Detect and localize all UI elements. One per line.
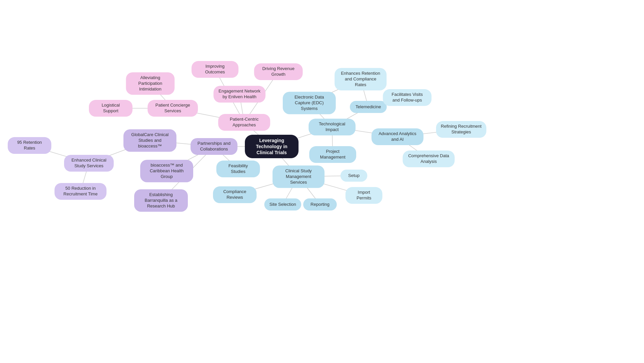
node-telemedicine[interactable]: Telemedicine xyxy=(350,101,387,113)
node-reporting[interactable]: Reporting xyxy=(303,198,337,210)
mind-map-container: Leveraging Technology in Clinical Trials… xyxy=(0,0,644,363)
node-advanced-analytics[interactable]: Advanced Analytics and AI xyxy=(372,128,424,145)
node-site-selection[interactable]: Site Selection xyxy=(264,198,301,210)
node-setup[interactable]: Setup xyxy=(340,170,367,182)
node-comprehensive-data[interactable]: Comprehensive Data Analysis xyxy=(403,150,455,167)
node-facilitates-visits[interactable]: Facilitates Visits and Follow-ups xyxy=(383,89,432,106)
node-technological-impact[interactable]: Technological Impact xyxy=(309,119,356,135)
node-clinical-study-management[interactable]: Clinical Study Management Services xyxy=(273,166,325,188)
node-patient-centric[interactable]: Patient-Centric Approaches xyxy=(218,114,270,131)
node-import-permits[interactable]: Import Permits xyxy=(345,187,382,204)
node-driving-revenue[interactable]: Driving Revenue Growth xyxy=(254,63,303,80)
node-alleviating[interactable]: Alleviating Participation Intimidation xyxy=(126,72,175,95)
node-logistical-support[interactable]: Logistical Support xyxy=(89,100,132,117)
node-engagement-network[interactable]: Engagement Network by Enliven Health xyxy=(214,86,266,103)
node-project-management[interactable]: Project Management xyxy=(309,146,356,163)
node-refining-recruitment[interactable]: Refining Recruitment Strategies xyxy=(436,121,486,138)
node-globalcare[interactable]: GlobalCare Clinical Studies and bioacces… xyxy=(123,129,176,152)
node-reduction-recruitment[interactable]: 50 Reduction in Recruitment Time xyxy=(55,183,107,200)
node-enhances-retention[interactable]: Enhances Retention and Compliance Rates xyxy=(335,68,387,90)
node-partnerships[interactable]: Partnerships and Collaborations xyxy=(191,138,237,155)
center-node[interactable]: Leveraging Technology in Clinical Trials xyxy=(245,135,299,158)
node-feasibility-studies[interactable]: Feasibility Studies xyxy=(216,161,260,177)
node-improving-outcomes[interactable]: Improving Outcomes xyxy=(192,61,238,78)
node-enhanced-clinical[interactable]: Enhanced Clinical Study Services xyxy=(64,155,114,172)
node-edc-systems[interactable]: Electronic Data Capture (EDC) Systems xyxy=(283,92,336,114)
node-patient-concierge[interactable]: Patient Concierge Services xyxy=(148,100,198,117)
node-bioaccess-caribbean[interactable]: bioaccess™ and Caribbean Health Group xyxy=(140,160,193,182)
node-establishing-barranquilla[interactable]: Establishing Barranquilla as a Research … xyxy=(134,189,188,212)
node-compliance-reviews[interactable]: Compliance Reviews xyxy=(213,186,257,203)
node-retention-rates[interactable]: 95 Retention Rates xyxy=(8,137,51,154)
